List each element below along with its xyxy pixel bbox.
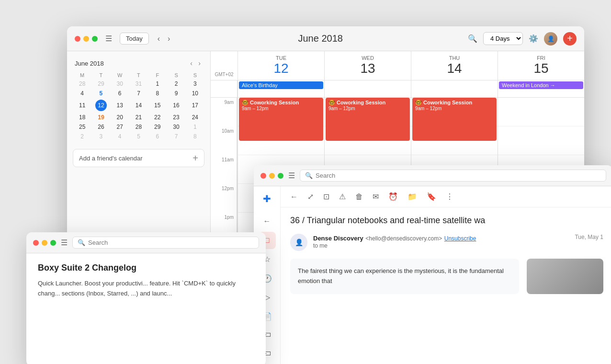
calendar-day[interactable]: 20 xyxy=(111,113,129,122)
back-button[interactable]: ← xyxy=(288,191,300,203)
email-body-content: The fairest thing we can experience is t… xyxy=(290,259,603,294)
calendar-day[interactable]: 28 xyxy=(73,79,91,89)
calendar-day[interactable]: 18 xyxy=(73,113,91,122)
calendar-day[interactable]: 6 xyxy=(111,89,129,98)
calendar-day[interactable]: 21 xyxy=(129,113,148,122)
email-close-button[interactable] xyxy=(260,173,266,179)
notes-close-button[interactable] xyxy=(33,240,39,246)
notes-maximize-button[interactable] xyxy=(50,240,56,246)
calendar-day[interactable]: 8 xyxy=(148,89,167,98)
day-number-14[interactable]: 14 xyxy=(413,61,496,76)
calendar-day[interactable]: 5 xyxy=(129,132,148,141)
calendar-day[interactable]: 7 xyxy=(167,132,185,141)
calendar-day[interactable]: 7 xyxy=(129,89,148,98)
all-day-event-birthday[interactable]: Alice's Birthday xyxy=(239,81,323,89)
close-button[interactable] xyxy=(75,36,80,42)
calendar-day[interactable]: 16 xyxy=(167,98,185,113)
mini-next-button[interactable]: › xyxy=(196,59,203,67)
add-event-button[interactable]: + xyxy=(563,32,577,46)
calendar-day[interactable]: 15 xyxy=(148,98,167,113)
weekday-header: S xyxy=(186,71,204,79)
coworking-event-tue[interactable]: 🤓 Coworking Session 9am – 12pm xyxy=(239,98,323,141)
label-button[interactable]: 🔖 xyxy=(425,190,438,203)
sender-icon: 👤 xyxy=(295,239,303,246)
all-day-event-london[interactable]: Weekend in London → xyxy=(499,81,583,89)
search-icon[interactable]: 🔍 xyxy=(468,34,477,43)
notes-search-input[interactable] xyxy=(88,239,254,246)
email-hamburger-icon[interactable]: ☰ xyxy=(288,171,295,180)
calendar-day[interactable]: 23 xyxy=(167,113,185,122)
calendar-day[interactable]: 29 xyxy=(148,122,167,132)
email-minimize-button[interactable] xyxy=(269,173,275,179)
coworking-event-wed[interactable]: 🤓 Coworking Session 9am – 12pm xyxy=(326,98,410,141)
compose-button[interactable]: ✚ xyxy=(259,190,276,207)
next-arrow[interactable]: › xyxy=(165,34,173,44)
back-icon[interactable]: ← xyxy=(259,213,276,230)
calendar-day[interactable]: 13 xyxy=(111,98,129,113)
calendar-day[interactable]: 26 xyxy=(91,122,110,132)
calendar-day[interactable]: 4 xyxy=(111,132,129,141)
day-headers: GMT+02 Tue 12 Wed 13 Thu 14 Fri 15 xyxy=(211,51,584,80)
calendar-day[interactable]: 30 xyxy=(167,122,185,132)
calendar-day-today[interactable]: 12 xyxy=(91,98,110,113)
more-button[interactable]: ⋮ xyxy=(444,190,455,203)
day-name-fri: Fri xyxy=(500,55,582,61)
minimize-button[interactable] xyxy=(83,36,89,42)
calendar-day[interactable]: 19 xyxy=(91,113,110,122)
calendar-day[interactable]: 11 xyxy=(73,98,91,113)
day-number-15[interactable]: 15 xyxy=(500,61,582,76)
calendar-day[interactable]: 14 xyxy=(129,98,148,113)
calendar-day[interactable]: 25 xyxy=(73,122,91,132)
calendar-day[interactable]: 17 xyxy=(186,98,204,113)
folder-button[interactable]: 📁 xyxy=(406,190,419,203)
calendar-day[interactable]: 27 xyxy=(111,122,129,132)
mail-action-button[interactable]: ✉ xyxy=(371,190,381,203)
sender-email: <hello@densediscovery.com> xyxy=(365,235,442,242)
report-button[interactable]: ⚠ xyxy=(337,190,348,203)
calendar-day[interactable]: 10 xyxy=(186,89,204,98)
calendar-day[interactable]: 29 xyxy=(91,79,110,89)
calendar-day[interactable]: 1 xyxy=(148,79,167,89)
delete-button[interactable]: 🗑 xyxy=(353,191,365,203)
archive-button[interactable]: ⊡ xyxy=(321,190,331,203)
calendar-day[interactable]: 31 xyxy=(129,79,148,89)
maximize-button[interactable] xyxy=(92,36,98,42)
calendar-day[interactable]: 3 xyxy=(186,79,204,89)
calendar-day[interactable]: 8 xyxy=(186,132,204,141)
mini-prev-button[interactable]: ‹ xyxy=(188,59,194,67)
calendar-day[interactable]: 4 xyxy=(73,89,91,98)
today-button[interactable]: Today xyxy=(120,33,149,45)
email-maximize-button[interactable] xyxy=(278,173,283,179)
coworking-event-thu[interactable]: 🤓 Coworking Session 9am – 12pm xyxy=(412,98,497,141)
hamburger-icon[interactable]: ☰ xyxy=(105,34,112,43)
calendar-day[interactable]: 28 xyxy=(129,122,148,132)
event-time: 9am – 12pm xyxy=(328,106,407,111)
day-number-12[interactable]: 12 xyxy=(240,61,322,76)
calendar-day[interactable]: 6 xyxy=(148,132,167,141)
day-number-13[interactable]: 13 xyxy=(327,61,409,76)
calendar-day[interactable]: 1 xyxy=(186,122,204,132)
calendar-day[interactable]: 24 xyxy=(186,113,204,122)
calendar-day[interactable]: 5 xyxy=(91,89,110,98)
add-friend-label: Add a friend's calendar xyxy=(79,155,143,162)
calendar-day[interactable]: 9 xyxy=(167,89,185,98)
calendar-day[interactable]: 30 xyxy=(111,79,129,89)
snooze-button[interactable]: ⏰ xyxy=(386,190,400,203)
settings-icon[interactable]: ⚙️ xyxy=(529,34,538,43)
unsubscribe-link[interactable]: Unsubscribe xyxy=(444,235,476,242)
notes-hamburger-icon[interactable]: ☰ xyxy=(61,238,68,247)
add-friend-calendar[interactable]: Add a friend's calendar + xyxy=(73,149,204,167)
calendar-day[interactable]: 2 xyxy=(73,132,91,141)
calendar-day[interactable]: 3 xyxy=(91,132,110,141)
avatar[interactable]: 👤 xyxy=(544,32,557,46)
prev-arrow[interactable]: ‹ xyxy=(155,34,163,44)
email-search-input[interactable] xyxy=(316,172,601,179)
add-friend-plus-icon: + xyxy=(192,153,198,163)
email-body: ✚ ← □ ☆ 🕐 ▷ 📄 🏷 🏷 ← ⤢ ⊡ ⚠ 🗑 ✉ ⏰ 📁 🔖 ⋮ xyxy=(254,186,611,364)
notes-minimize-button[interactable] xyxy=(42,240,47,246)
calendar-day[interactable]: 22 xyxy=(148,113,167,122)
event-time: 9am – 12pm xyxy=(415,106,494,111)
view-select[interactable]: 4 Days Day Week Month xyxy=(483,32,523,45)
calendar-day[interactable]: 2 xyxy=(167,79,185,89)
expand-button[interactable]: ⤢ xyxy=(306,190,316,203)
